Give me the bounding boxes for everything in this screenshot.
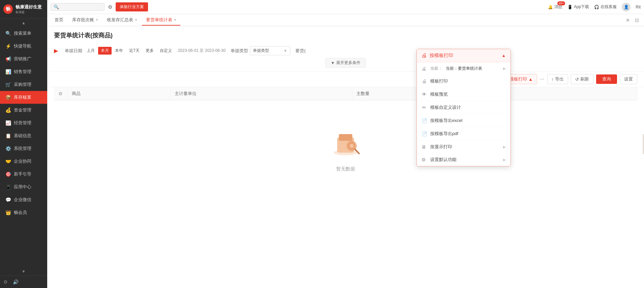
notifications-button[interactable]: 🔔 消息 99+ [548, 4, 562, 10]
marketing-icon: 📢 [5, 56, 11, 62]
wechat-icon: 💬 [5, 197, 11, 203]
username-label[interactable]: Rit [636, 5, 641, 9]
export-button[interactable]: ↑ 导出 [547, 74, 568, 84]
page-title: 要货单统计表(按商品) [54, 32, 113, 39]
order-type-select[interactable]: 单据类型 ▼ [250, 46, 290, 55]
export-btn-label: 导出 [555, 76, 564, 82]
date-tabs: 上月 本月 本年 近7天 更多 自定义 [84, 47, 175, 55]
sidebar-scroll-down[interactable]: ▼ [0, 267, 47, 276]
sound-bottom-icon[interactable]: 🔊 [13, 279, 19, 285]
empty-icon [329, 127, 362, 161]
date-tab-more[interactable]: 更多 [143, 47, 156, 55]
operations-icon: 📈 [5, 120, 11, 126]
dropdown-display-print[interactable]: 🖥 按显示打印 ▶ [417, 140, 510, 153]
settings-button[interactable]: 设置 [620, 74, 637, 84]
tabs-right: ✕ ⊡ [624, 17, 641, 24]
toolbar-more-icon[interactable]: ··· [540, 76, 544, 82]
date-tab-custom[interactable]: 自定义 [157, 47, 175, 55]
search-input[interactable] [61, 5, 98, 9]
industry-solution-button[interactable]: 体验行业方案 [116, 2, 148, 11]
app-badge: 标准版 [16, 10, 42, 14]
sidebar-item-quick-nav[interactable]: ⚡ 快捷导航 [0, 40, 47, 53]
topbar-search-box[interactable]: 🔍 [51, 3, 105, 11]
user-avatar[interactable]: 👤 [622, 3, 631, 11]
sidebar-item-sales[interactable]: 📊 销售管理 [0, 65, 47, 78]
query-button[interactable]: 查询 [596, 74, 617, 84]
sidebar-item-inventory[interactable]: 📦 库存核算 [0, 91, 47, 104]
empty-state: 暂无数据 [54, 100, 637, 199]
display-print-label: 按显示打印 [430, 144, 452, 150]
sidebar-item-label: 经营管理 [14, 120, 31, 126]
dropdown-close-arrow[interactable]: ▲ [502, 53, 506, 58]
sidebar-item-purchase[interactable]: 🛒 采购管理 [0, 78, 47, 91]
sidebar-item-member[interactable]: 👑 畅会员 [0, 206, 47, 219]
tab-maximize-icon[interactable]: ⊡ [633, 17, 641, 24]
dropdown-set-default[interactable]: ⚙ 设置默认功能 ▶ [417, 153, 510, 166]
expand-more-btn[interactable]: ▼ 展开更多条件 [325, 58, 366, 68]
dropdown-item-export-excel[interactable]: 📄 按模板导出excel [417, 114, 510, 127]
online-service-label: 在线客服 [601, 4, 617, 10]
online-service-button[interactable]: 🎧 在线客服 [594, 4, 617, 10]
date-tab-last-7days[interactable]: 近7天 [126, 47, 142, 55]
dropdown-item-template-custom[interactable]: ✏ 模板自定义设计 [417, 101, 510, 114]
sidebar-item-operations[interactable]: 📈 经营管理 [0, 117, 47, 129]
collection-summary-tab-label: 收发存汇总表 [107, 17, 133, 23]
query-btn-label: 查询 [602, 76, 611, 82]
sidebar-item-guide[interactable]: 🎯 新手引导 [0, 168, 47, 181]
sidebar-item-label: 基础信息 [14, 133, 31, 139]
dropdown-item-export-pdf[interactable]: 📄 按模板导出pdf [417, 127, 510, 140]
filter-expand-arrow[interactable]: ▶ [54, 47, 58, 54]
export-excel-icon: 📄 [421, 118, 427, 123]
dropdown-item-template-preview[interactable]: 👁 模板预览 [417, 88, 510, 101]
table-col-goods: 商品 [67, 87, 171, 100]
tab-close-window-icon[interactable]: ✕ [624, 17, 632, 24]
sidebar-nav: 🔍 搜索菜单 ⚡ 快捷导航 📢 营销推广 📊 销售管理 🛒 采购管理 📦 库存核… [0, 27, 47, 267]
table-col-settings[interactable]: ⚙ [54, 87, 67, 100]
quick-nav-icon: ⚡ [5, 43, 11, 49]
empty-text: 暂无数据 [336, 166, 355, 172]
sidebar-item-enterprise[interactable]: 🤝 企业协同 [0, 155, 47, 168]
tab-inventory-batch[interactable]: 库存批次账 × [68, 15, 102, 26]
gear-icon[interactable]: ⚙ [108, 4, 112, 10]
search-nav-icon: 🔍 [5, 30, 11, 36]
dropdown-current-item[interactable]: 🖨 当前： 当前：要货单统计表 ▶ [417, 62, 510, 75]
column-settings-icon[interactable]: ⚙ [58, 91, 63, 96]
order-goods-filter: 要货( [295, 48, 305, 54]
date-tab-last-month[interactable]: 上月 [84, 47, 97, 55]
set-default-arrow: ▶ [503, 158, 506, 162]
dropdown-item-template-print[interactable]: 🖨 模板打印 [417, 75, 510, 88]
apps-icon: 📱 [5, 184, 11, 190]
sidebar-item-marketing[interactable]: 📢 营销推广 [0, 53, 47, 65]
date-tab-current-year[interactable]: 本年 [112, 47, 126, 55]
sidebar-item-search[interactable]: 🔍 搜索菜单 [0, 27, 47, 40]
date-tab-current-month[interactable]: 本月 [98, 47, 112, 55]
table-container: ⚙ 商品 主计量单位 主数量 零售金额 [47, 87, 644, 288]
sidebar-scroll-up[interactable]: ▲ [0, 19, 47, 27]
page-content: 要货单统计表(按商品) ▶ 单据日期 上月 本月 本年 近7天 更多 自定义 2… [47, 26, 644, 288]
svg-rect-2 [339, 134, 352, 141]
sidebar-item-finance[interactable]: 💰 资金管理 [0, 104, 47, 117]
template-print-icon: 🖨 [421, 78, 427, 84]
refresh-button[interactable]: ↺ 刷新 [571, 74, 593, 84]
tab-collection-summary[interactable]: 收发存汇总表 × [103, 15, 141, 26]
dropdown-header-left: 🖨 按模板打印 [421, 53, 453, 59]
topbar-actions: 🔔 消息 99+ 📱 App下载 🎧 在线客服 👤 Rit [548, 3, 641, 11]
collection-summary-tab-close[interactable]: × [135, 18, 137, 22]
sidebar-item-system[interactable]: ⚙️ 系统管理 [0, 142, 47, 155]
set-default-icon: ⚙ [421, 157, 427, 162]
set-default-label: 设置默认功能 [430, 157, 457, 163]
sidebar-item-basic[interactable]: 📋 基础信息 [0, 129, 47, 142]
dropdown-header[interactable]: 🖨 按模板打印 ▲ [417, 49, 510, 62]
inventory-batch-tab-label: 库存批次账 [72, 17, 94, 23]
order-stats-tab-close[interactable]: × [174, 18, 176, 22]
settings-bottom-icon[interactable]: ⚙ [3, 279, 8, 285]
sidebar-item-wechat[interactable]: 💬 企业微信 [0, 193, 47, 206]
current-item-value: 当前：要货单统计表 [446, 66, 482, 71]
tab-home[interactable]: 首页 [51, 15, 67, 26]
order-goods-label: 要货( [295, 48, 305, 54]
tab-order-stats[interactable]: 要货单统计表 × [142, 15, 180, 26]
app-download-button[interactable]: 📱 App下载 [567, 4, 589, 10]
sidebar-item-apps[interactable]: 📱 应用中心 [0, 181, 47, 193]
current-item-icon: 🖨 [421, 66, 427, 71]
inventory-batch-tab-close[interactable]: × [96, 18, 98, 22]
